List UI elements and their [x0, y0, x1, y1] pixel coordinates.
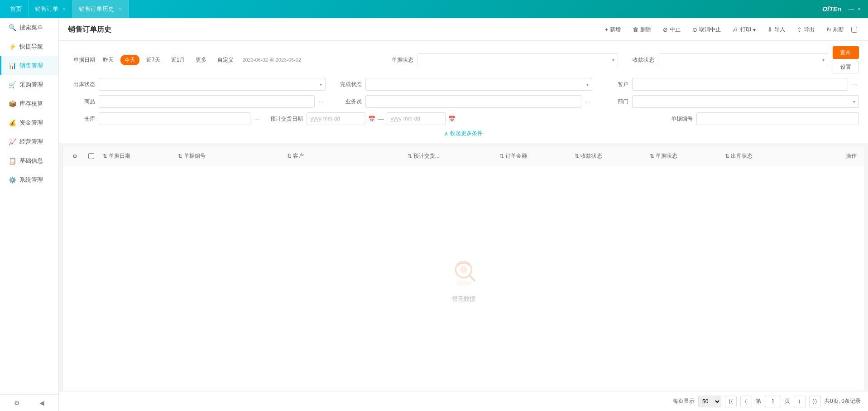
tab-sales-order[interactable]: 销售订单 × — [29, 0, 72, 18]
table-header: ⚙ ⇅ 单据日期 ⇅ 单据编号 ⇅ 客户 ⇅ — [63, 147, 864, 165]
filter-item-date: 单据日期 昨天 今天 近7天 近1月 更多 自定义 2023-06-02 至 2… — [68, 55, 377, 65]
cancel-stop-button[interactable]: ⊙ 取消中止 — [688, 24, 725, 36]
sort-warehouse-status-icon: ⇅ — [725, 153, 729, 160]
date-more[interactable]: 更多 — [192, 55, 211, 65]
sidebar-collapse-btn[interactable]: ◀ — [39, 399, 44, 406]
doc-number-input[interactable] — [696, 112, 859, 125]
th-date[interactable]: ⇅ 单据日期 — [99, 152, 174, 160]
sidebar-item-inventory-label: 库存核算 — [19, 100, 43, 108]
main-layout: 🔍 搜索菜单 ⚡ 快捷导航 📊 销售管理 🛒 采购管理 📦 库存核算 💰 资金管… — [0, 18, 868, 411]
prev-page-btn[interactable]: ⟨ — [740, 396, 752, 407]
th-customer[interactable]: ⇅ 客户 — [283, 152, 404, 160]
salesperson-dots[interactable]: ··· — [583, 98, 592, 105]
department-wrapper: ▾ — [632, 95, 859, 108]
date-7days[interactable]: 近7天 — [142, 55, 164, 65]
sort-amount-icon: ⇅ — [499, 153, 504, 160]
display-toggle-checkbox[interactable] — [851, 27, 857, 33]
tab-home-label: 首页 — [10, 5, 22, 13]
empty-state: 暂无数据 — [63, 165, 864, 391]
sidebar-item-inventory[interactable]: 📦 库存核算 — [0, 94, 58, 113]
th-customer-label: 客户 — [293, 152, 304, 160]
delete-button[interactable]: 🗑 删除 — [628, 24, 656, 36]
query-button[interactable]: 查询 — [833, 46, 859, 59]
stop-button[interactable]: ⊘ 中止 — [658, 24, 685, 36]
table-settings-icon[interactable]: ⚙ — [72, 153, 77, 160]
sidebar-item-system[interactable]: ⚙️ 系统管理 — [0, 170, 58, 189]
tab-sales-order-label: 销售订单 — [35, 5, 58, 13]
sidebar-item-purchase[interactable]: 🛒 采购管理 — [0, 75, 58, 94]
sidebar-item-finance[interactable]: 💰 资金管理 — [0, 113, 58, 132]
sidebar-item-operations[interactable]: 📈 经营管理 — [0, 132, 58, 151]
th-delivery[interactable]: ⇅ 预计交货... — [404, 152, 496, 160]
th-amount-label: 订单金额 — [505, 152, 527, 160]
th-settings[interactable]: ⚙ — [67, 153, 83, 160]
sidebar-item-search[interactable]: 🔍 搜索菜单 — [0, 18, 58, 37]
th-order-status[interactable]: ⇅ 单据状态 — [646, 152, 721, 160]
order-status-select[interactable] — [417, 53, 618, 66]
window-close-btn[interactable]: × — [858, 6, 861, 12]
pay-status-select[interactable] — [658, 53, 828, 66]
page-size-label: 每页显示 — [673, 397, 695, 405]
date-today[interactable]: 今天 — [120, 55, 139, 65]
date-yesterday[interactable]: 昨天 — [99, 55, 118, 65]
tab-home[interactable]: 首页 — [4, 0, 29, 18]
tab-sales-order-close[interactable]: × — [63, 6, 66, 12]
window-min-btn[interactable]: — — [849, 6, 854, 12]
order-status-label: 单据状态 — [386, 56, 413, 64]
th-check[interactable] — [83, 153, 99, 159]
export-icon: ⇧ — [797, 26, 802, 33]
next-page-btn[interactable]: ⟩ — [794, 396, 806, 407]
content: 销售订单历史 + 新增 🗑 删除 ⊘ 中止 ⊙ 取消中止 — [59, 18, 868, 411]
order-status-wrapper: ▾ — [417, 53, 618, 66]
delivery-date-start-calendar[interactable]: 📅 — [368, 116, 375, 122]
add-button[interactable]: + 新增 — [600, 24, 625, 36]
collapse-up-icon: ∧ — [444, 131, 448, 137]
salesperson-input[interactable] — [365, 95, 581, 108]
last-page-btn[interactable]: ⟩⟩ — [809, 396, 821, 407]
sidebar-settings-btn[interactable]: ⚙ — [14, 399, 20, 406]
sort-customer-icon: ⇅ — [287, 153, 292, 160]
th-amount[interactable]: ⇅ 订单金额 — [496, 152, 571, 160]
tab-sales-order-history-close[interactable]: × — [119, 6, 121, 12]
print-button[interactable]: 🖨 打印 ▾ — [728, 24, 760, 36]
date-custom[interactable]: 自定义 — [213, 55, 238, 65]
export-button[interactable]: ⇧ 导出 — [792, 24, 819, 36]
filter-item-pay-status: 收款状态 ▾ 查询 设置 — [618, 46, 859, 73]
customer-input[interactable] — [632, 78, 848, 91]
department-select[interactable] — [632, 95, 859, 108]
svg-point-3 — [456, 280, 471, 286]
th-warehouse-status-label: 出库状态 — [731, 152, 753, 160]
delivery-date-end[interactable] — [387, 112, 446, 125]
warehouse-status-select[interactable] — [99, 78, 326, 91]
delivery-date-end-calendar[interactable]: 📅 — [448, 116, 456, 122]
sidebar-item-quick-nav[interactable]: ⚡ 快捷导航 — [0, 37, 58, 56]
collapse-btn[interactable]: ∧ 收起更多条件 — [444, 130, 483, 137]
sidebar-item-info[interactable]: 📋 基础信息 — [0, 151, 58, 170]
sidebar-item-sales[interactable]: 📊 销售管理 — [0, 56, 58, 75]
warehouse-dots[interactable]: ··· — [252, 115, 261, 122]
product-dots[interactable]: ··· — [317, 98, 326, 105]
settings-btn[interactable]: 设置 — [833, 61, 859, 73]
import-button[interactable]: ⇩ 导入 — [763, 24, 790, 36]
sidebar-item-search-label: 搜索菜单 — [19, 24, 43, 32]
delivery-date-start[interactable] — [307, 112, 365, 125]
th-warehouse-status[interactable]: ⇅ 出库状态 — [721, 152, 796, 160]
customer-dots[interactable]: ··· — [850, 81, 859, 88]
warehouse-input[interactable] — [99, 112, 250, 125]
th-number[interactable]: ⇅ 单据编号 — [174, 152, 283, 160]
select-all-checkbox[interactable] — [88, 153, 94, 159]
th-pay-status[interactable]: ⇅ 收款状态 — [571, 152, 646, 160]
sidebar-item-system-label: 系统管理 — [19, 176, 43, 184]
first-page-btn[interactable]: ⟨⟨ — [725, 396, 737, 407]
complete-status-select[interactable] — [365, 78, 592, 91]
top-bar-right: OfTEn — × — [822, 5, 864, 13]
filter-item-complete-status: 完成状态 ▾ — [326, 78, 592, 91]
page-size-select[interactable]: 50 10 20 100 — [698, 396, 721, 407]
page-input[interactable] — [765, 396, 781, 407]
date-1month[interactable]: 近1月 — [167, 55, 189, 65]
tab-sales-order-history[interactable]: 销售订单历史 × — [72, 0, 128, 18]
refresh-button[interactable]: ↻ 刷新 — [822, 24, 849, 36]
filter-row-1: 单据日期 昨天 今天 近7天 近1月 更多 自定义 2023-06-02 至 2… — [68, 46, 859, 73]
product-input[interactable] — [99, 95, 315, 108]
filter-item-department: 部门 ▾ — [592, 95, 859, 108]
